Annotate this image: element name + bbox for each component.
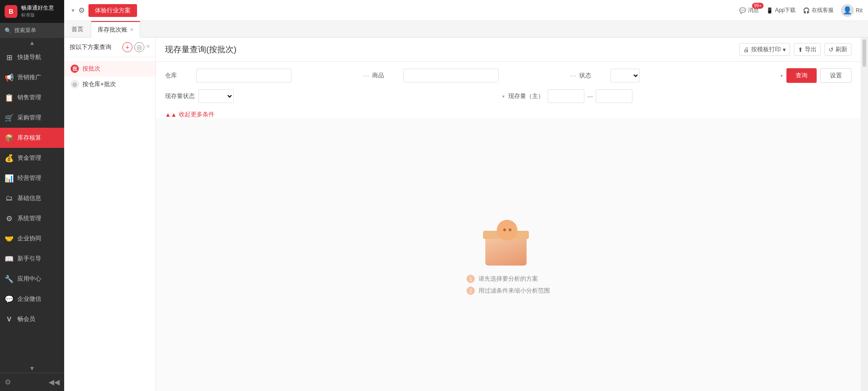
sidebar-item-label: 新手引导 [17,255,41,263]
export-button[interactable]: ⬆ 导出 [794,43,821,56]
topbar-settings-icon[interactable]: ⚙ [78,6,85,15]
collapse-btn-area: ▲▲ 收起更多条件 [165,103,852,119]
search-icon: 🔍 [5,27,11,34]
warehouse-input[interactable] [196,69,291,82]
print-dropdown-icon: ▾ [783,46,786,53]
sidebar-nav: ⊞ 快捷导航 📢 营销推广 📋 销售管理 🛒 采购管理 📦 库存核算 💰 [0,47,64,364]
hint-2-text: 用过滤条件来缩小分析范围 [478,287,550,295]
newbie-icon: 📖 [5,254,14,263]
tab-label: 库存批次账 [98,26,127,34]
sidebar-item-system[interactable]: ⚙ 系统管理 [0,208,64,228]
char-face [503,228,511,231]
sidebar-item-inventory[interactable]: 📦 库存核算 [0,128,64,148]
sidebar-item-newbie[interactable]: 📖 新手引导 [0,249,64,269]
sidebar-item-quick-nav[interactable]: ⊞ 快捷导航 [0,47,64,67]
app-download-btn[interactable]: 📱 App下载 [766,6,796,14]
warehouse-label: 仓库 [165,71,192,80]
schema-list: 批 按批次 ◎ 按仓库+批次 [64,57,155,96]
char-head [497,220,517,240]
empty-illustration [478,215,538,266]
hint-1-num: 1 [467,275,475,283]
left-panel: 按以下方案查询 + ◎ « 批 按批次 [64,38,156,391]
tab-close-icon[interactable]: × [130,27,133,33]
settings-button[interactable]: 设置 [820,68,852,83]
scroll-up-btn[interactable]: ▲ [0,38,64,47]
topbar-dropdown-icon[interactable]: ▾ [71,7,75,14]
trial-button[interactable]: 体验行业方案 [88,4,137,17]
print-button[interactable]: 🖨 按模板打印 ▾ [739,43,790,56]
online-service-btn[interactable]: 🎧 在线客服 [803,6,834,14]
operations-icon: 📊 [5,174,14,183]
left-panel-title: 按以下方案查询 [70,43,111,51]
search-label: 搜索菜单 [14,27,36,34]
export-icon: ⬆ [798,46,803,53]
brand-info: 畅康通好生意 标准版 [21,5,54,18]
sidebar-item-label: 企业微信 [17,295,41,303]
filter-product-group: 商品 ··· [372,69,579,82]
product-label: 商品 [372,71,400,80]
sidebar-item-basic[interactable]: 🗂 基础信息 [0,188,64,208]
main-content: ▾ ⚙ 体验行业方案 💬 消息 99+ 📱 App下载 🎧 在线客服 [64,0,868,391]
sidebar-item-label: 经营管理 [17,174,41,182]
warehouse-more-icon[interactable]: ··· [363,71,369,81]
export-label: 导出 [805,45,817,54]
enterprise-icon: 🤝 [5,234,14,243]
settings-circle-icon: ◎ [137,43,142,51]
tab-home[interactable]: 首页 [64,22,91,37]
product-more-icon[interactable]: ··· [570,71,577,81]
settings-footer-icon[interactable]: ⚙ [5,378,11,386]
collapse-label: 收起更多条件 [179,110,214,119]
hint-1-text: 请先选择要分析的方案 [478,275,538,283]
hint-2-num: 2 [467,287,475,295]
scrollbar-thumb[interactable] [863,39,866,67]
basic-icon: 🗂 [5,194,14,203]
topbar: ▾ ⚙ 体验行业方案 💬 消息 99+ 📱 App下载 🎧 在线客服 [64,0,868,21]
qty-min-input[interactable] [548,89,584,103]
sidebar-item-sales[interactable]: 📋 销售管理 [0,87,64,108]
scroll-down-btn[interactable]: ▼ [0,364,64,373]
sidebar-item-wechat[interactable]: 💬 企业微信 [0,289,64,309]
sidebar-item-enterprise[interactable]: 🤝 企业协同 [0,228,64,249]
refresh-icon: ↺ [829,46,834,53]
sidebar-item-marketing[interactable]: 📢 营销推广 [0,67,64,87]
sidebar-item-finance[interactable]: 💰 资金管理 [0,148,64,168]
app-download-label: App下载 [775,6,796,14]
panel-collapse-btn[interactable]: « [146,42,150,52]
schema-item-by-batch[interactable]: 批 按批次 [64,61,155,76]
purchase-icon: 🛒 [5,113,14,122]
sidebar-item-purchase[interactable]: 🛒 采购管理 [0,108,64,128]
app-center-icon: 🔧 [5,274,14,283]
schema-settings-btn[interactable]: ◎ [134,42,144,52]
username-label: Rit [856,7,863,14]
add-schema-btn[interactable]: + [122,42,132,52]
filter-section: 仓库 ··· 商品 ··· [156,62,861,119]
sidebar-item-label: 企业协同 [17,234,41,243]
user-area[interactable]: 👤 Rit [841,4,863,17]
wechat-icon: 💬 [5,294,14,304]
collapse-btn[interactable]: ▲▲ 收起更多条件 [165,107,852,119]
message-btn[interactable]: 💬 消息 99+ [739,6,759,14]
filter-status-group: 状态 启用 停用 ▾ [579,69,786,82]
empty-state: 1 请先选择要分析的方案 2 用过滤条件来缩小分析范围 [156,119,861,391]
refresh-button[interactable]: ↺ 刷新 [824,43,852,56]
query-button[interactable]: 查询 [786,68,817,83]
finance-icon: 💰 [5,153,14,163]
char-eye-right [509,228,511,231]
filter-qty-group: 现存量（主） — [508,89,852,103]
status-select[interactable]: 启用 停用 [610,69,640,82]
sidebar-item-operations[interactable]: 📊 经营管理 [0,168,64,188]
collapse-sidebar-icon[interactable]: ◀◀ [49,378,60,386]
qty-max-input[interactable] [596,89,632,103]
sidebar-item-app-center[interactable]: 🔧 应用中心 [0,269,64,289]
page-header: 现存量查询(按批次) 🖨 按模板打印 ▾ ⬆ 导出 ↺ [156,38,861,62]
sidebar-item-label: 营销推广 [17,73,41,81]
search-menu[interactable]: 🔍 搜索菜单 [0,23,64,38]
phone-icon: 📱 [766,7,773,14]
sidebar-item-member[interactable]: V 畅会员 [0,309,64,329]
schema-item-by-warehouse-batch[interactable]: ◎ 按仓库+批次 [64,76,155,92]
product-input[interactable] [403,69,499,82]
filter-container: 仓库 ··· 商品 ··· [156,62,861,119]
print-label: 按模板打印 [751,45,781,54]
tab-inventory-batch[interactable]: 库存批次账 × [91,21,140,38]
stock-status-select[interactable]: 全部 有库存 无库存 [198,89,234,103]
